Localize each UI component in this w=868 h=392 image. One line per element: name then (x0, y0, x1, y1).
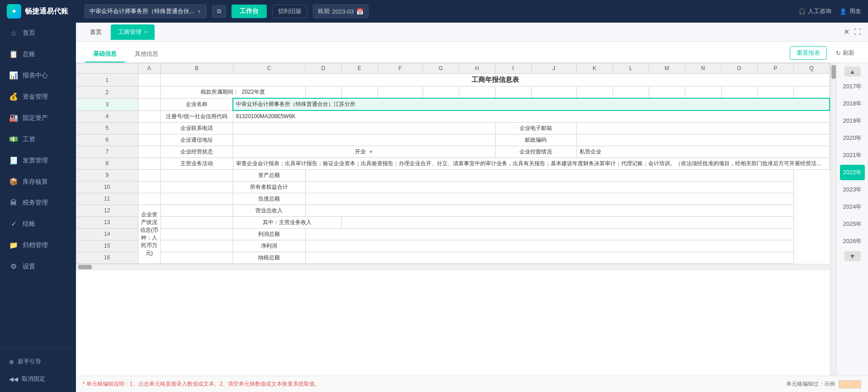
v-scroll-bar[interactable] (830, 63, 836, 376)
cell-14b[interactable] (160, 228, 233, 240)
cell-11a[interactable] (138, 193, 160, 205)
sidebar-item-settings[interactable]: ⚙ 设置 (0, 256, 76, 277)
cell-10d[interactable] (305, 181, 793, 193)
cell-2p[interactable] (757, 86, 793, 99)
cell-7k[interactable]: 私营企业 (576, 146, 830, 158)
year-item-2020[interactable]: 2020年 (840, 130, 865, 146)
sidebar-item-finance[interactable]: 💰 资金管理 (0, 86, 76, 107)
cell-4c[interactable]: 91320100MA208E5W6K (233, 110, 830, 122)
tab-home[interactable]: 首页 (83, 24, 109, 40)
year-item-2022[interactable]: 2022年 (840, 165, 865, 180)
sidebar-item-invoice[interactable]: 🧾 发票管理 (0, 150, 76, 171)
cell-2g[interactable] (423, 86, 459, 99)
user-area[interactable]: 👤 用友 (840, 7, 861, 15)
cell-7a[interactable] (138, 146, 160, 158)
maximize-window-button[interactable]: ⛶ (854, 28, 861, 36)
year-item-2023[interactable]: 2023年 (840, 182, 865, 197)
cell-2d[interactable] (305, 86, 341, 99)
year-item-2025[interactable]: 2025年 (840, 216, 865, 232)
workbench-button[interactable]: 工作台 (231, 5, 267, 18)
switch-version-button[interactable]: 切到旧版 (272, 5, 307, 18)
year-item-2018[interactable]: 2018年 (840, 96, 865, 111)
company-selector[interactable]: 中审众环会计师事务所（特殊普通合伙... ▼ (85, 5, 207, 18)
cell-6c[interactable] (233, 134, 495, 146)
status-dropdown-icon[interactable]: ▼ (368, 149, 373, 154)
cell-6a[interactable] (138, 134, 160, 146)
year-item-2021[interactable]: 2021年 (840, 148, 865, 163)
cell-10b[interactable] (160, 181, 233, 193)
cell-15b[interactable] (160, 240, 233, 252)
cell-5c[interactable] (233, 122, 495, 134)
year-nav-down[interactable]: ▼ (844, 251, 861, 261)
cell-2k[interactable] (576, 86, 613, 99)
cell-3c-company[interactable]: 中审众环会计师事务所（特殊普通合伙）江苏分所 (233, 98, 830, 110)
cell-13b[interactable] (160, 216, 233, 228)
cell-2j[interactable] (531, 86, 576, 99)
cell-11b[interactable] (160, 193, 233, 205)
tab-close-icon[interactable]: × (144, 29, 147, 35)
cell-2m[interactable] (649, 86, 685, 99)
spreadsheet-main[interactable]: A B C D E F G H I J K L M (76, 63, 830, 376)
reset-report-button[interactable]: 重置报表 (790, 46, 827, 60)
cell-7c[interactable]: 开业 ▼ (233, 146, 495, 158)
year-item-2017[interactable]: 2017年 (840, 79, 865, 94)
tab-business-management[interactable]: 工商管理 × (111, 24, 155, 40)
year-item-2019[interactable]: 2019年 (840, 113, 865, 129)
cell-4a[interactable] (138, 110, 160, 122)
sub-tab-basic[interactable]: 基础信息 (85, 46, 125, 62)
v-scroll-thumb[interactable] (831, 65, 836, 79)
cancel-pin-button[interactable]: ◀◀ 取消固定 (0, 370, 76, 387)
h-scroll-bar[interactable] (76, 264, 830, 270)
cell-9b[interactable] (160, 169, 233, 181)
sub-tab-other[interactable]: 其他信息 (127, 46, 166, 62)
cell-8a[interactable] (138, 158, 160, 169)
cell-14d[interactable] (305, 228, 793, 240)
cell-9d[interactable] (305, 169, 793, 181)
sidebar-item-assets[interactable]: 🏭 固定资产 (0, 107, 76, 129)
refresh-button[interactable]: ↻ 刷新 (831, 46, 859, 60)
cell-1a[interactable] (138, 74, 160, 86)
cell-6k[interactable] (576, 134, 830, 146)
year-nav-up[interactable]: ▲ (844, 67, 861, 76)
cell-12d[interactable] (305, 205, 793, 216)
close-window-button[interactable]: ✕ (844, 28, 849, 36)
sidebar-item-ledger[interactable]: 📋 总账 (0, 43, 76, 65)
year-item-2026[interactable]: 2026年 (840, 234, 865, 249)
cell-2e[interactable] (341, 86, 377, 99)
cell-9a[interactable] (138, 169, 160, 181)
year-item-2024[interactable]: 2024年 (840, 199, 865, 215)
cell-2l[interactable] (613, 86, 649, 99)
sidebar-item-close[interactable]: ✓ 结账 (0, 213, 76, 234)
cell-10a[interactable] (138, 181, 160, 193)
cell-5k[interactable] (576, 122, 830, 134)
cell-3a[interactable] (138, 98, 160, 110)
cell-2o[interactable] (721, 86, 757, 99)
cell-16d[interactable] (305, 252, 793, 263)
cell-13e[interactable] (341, 216, 793, 228)
cell-2i[interactable] (495, 86, 531, 99)
cell-8c[interactable]: 审查企业会计报表；出具审计报告；验证企业资本；出具验资报告；办理企业合开、分立、… (233, 158, 830, 169)
sidebar-item-reports[interactable]: 📊 报表中心 (0, 65, 76, 86)
copy-button[interactable]: ⧉ (212, 5, 226, 18)
new-guide-button[interactable]: ⊕ 新手引导 (0, 353, 76, 370)
cell-2a[interactable] (138, 86, 160, 99)
company-dropdown-icon: ▼ (197, 9, 202, 14)
cell-16b[interactable] (160, 252, 233, 263)
cell-5a[interactable] (138, 122, 160, 134)
service-button[interactable]: 🎧 人工咨询 (798, 7, 831, 15)
h-scroll-thumb[interactable] (78, 265, 92, 269)
sidebar-item-inventory[interactable]: 📦 库存核算 (0, 171, 76, 192)
cell-2n[interactable] (685, 86, 721, 99)
sidebar-item-archive[interactable]: 📁 归档管理 (0, 234, 76, 256)
sidebar-item-tax[interactable]: 🏛 税务管理 (0, 192, 76, 213)
cell-12b[interactable] (160, 205, 233, 216)
calendar-icon[interactable]: 📅 (356, 8, 363, 15)
cell-2q[interactable] (793, 86, 830, 99)
cell-2h[interactable] (459, 86, 495, 99)
sidebar-item-home[interactable]: ⌂ 首页 (0, 23, 76, 43)
cell-2f[interactable] (377, 86, 423, 99)
cell-11d[interactable] (305, 193, 793, 205)
cell-15d[interactable] (305, 240, 793, 252)
sidebar-item-salary[interactable]: 💵 工资 (0, 129, 76, 150)
sub-tabs-right: 重置报表 ↻ 刷新 (790, 46, 859, 60)
